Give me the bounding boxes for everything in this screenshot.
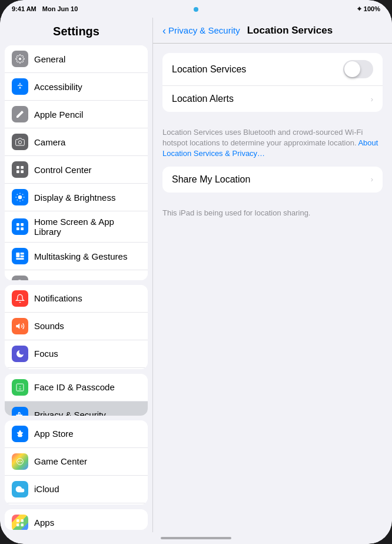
sounds-icon — [12, 318, 28, 334]
svg-rect-21 — [21, 253, 24, 254]
svg-rect-4 — [21, 166, 24, 169]
face-id-icon — [12, 379, 28, 396]
svg-rect-19 — [21, 227, 24, 230]
svg-line-11 — [22, 200, 23, 200]
location-services-toggle[interactable] — [343, 60, 373, 78]
svg-point-7 — [18, 195, 22, 200]
sidebar-label-apple-pencil: Apple Pencil — [34, 110, 141, 120]
sidebar-label-apps: Apps — [34, 518, 141, 528]
sidebar-section-3: Face ID & Passcode Privacy & Security — [5, 374, 148, 416]
svg-point-33 — [21, 461, 22, 462]
sidebar-item-face-id[interactable]: Face ID & Passcode — [5, 374, 148, 402]
svg-rect-20 — [16, 253, 19, 257]
multitasking-icon — [12, 248, 28, 264]
sidebar-section-5: Apps — [5, 509, 148, 530]
sidebar-item-focus[interactable]: Focus — [5, 340, 148, 368]
sidebar-item-game-center[interactable]: Game Center — [5, 448, 148, 476]
svg-rect-38 — [16, 523, 19, 526]
svg-line-14 — [17, 200, 18, 200]
sidebar-label-display-brightness: Display & Brightness — [34, 193, 141, 203]
sidebar-item-app-store[interactable]: App Store — [5, 420, 148, 448]
sidebar-item-accessibility[interactable]: Accessibility — [5, 73, 148, 101]
share-my-location-label: Share My Location — [172, 174, 371, 185]
sidebar-item-general[interactable]: General — [5, 45, 148, 73]
back-button[interactable]: ‹ Privacy & Security — [162, 25, 240, 36]
sidebar-item-sounds[interactable]: Sounds — [5, 313, 148, 340]
home-indicator — [0, 532, 392, 544]
location-services-row[interactable]: Location Services — [162, 53, 383, 86]
location-alerts-chevron-icon: › — [371, 95, 373, 104]
sidebar-title: Settings — [0, 18, 152, 43]
display-brightness-icon — [12, 189, 28, 205]
wifi-icon: ⌖ — [357, 5, 361, 13]
svg-rect-6 — [21, 170, 24, 173]
svg-rect-18 — [16, 227, 19, 230]
privacy-security-icon — [12, 407, 28, 416]
detail-page-title: Location Services — [247, 25, 333, 37]
camera-icon — [12, 134, 28, 150]
svg-point-1 — [19, 83, 21, 84]
sidebar-label-search: Search — [34, 279, 141, 280]
sidebar-section-1: General Accessibility Apple Pencil — [5, 45, 148, 280]
app-store-icon — [12, 426, 28, 442]
sidebar-label-focus: Focus — [34, 349, 141, 359]
sidebar-item-home-screen[interactable]: Home Screen & App Library — [5, 211, 148, 243]
sidebar-item-icloud[interactable]: iCloud — [5, 476, 148, 503]
sidebar-label-control-center: Control Center — [34, 165, 141, 175]
sidebar-label-privacy-security: Privacy & Security — [34, 410, 141, 416]
sidebar-label-accessibility: Accessibility — [34, 82, 141, 92]
notifications-icon — [12, 290, 28, 307]
back-chevron-icon: ‹ — [162, 25, 166, 36]
svg-line-10 — [17, 194, 18, 195]
home-bar — [161, 537, 231, 539]
icloud-icon — [12, 481, 28, 497]
status-date: Mon Jun 10 — [42, 5, 78, 12]
sidebar-label-app-store: App Store — [34, 429, 141, 439]
back-label: Privacy & Security — [168, 25, 240, 35]
svg-point-31 — [17, 459, 24, 465]
sidebar-label-camera: Camera — [34, 137, 141, 147]
svg-rect-16 — [16, 223, 19, 226]
sidebar-item-camera[interactable]: Camera — [5, 128, 148, 156]
sidebar-item-privacy-security[interactable]: Privacy & Security — [5, 402, 148, 416]
svg-rect-5 — [16, 170, 19, 173]
svg-rect-17 — [21, 223, 24, 226]
sidebar-label-face-id: Face ID & Passcode — [34, 382, 141, 392]
sidebar-label-notifications: Notifications — [34, 293, 141, 303]
control-center-icon — [12, 161, 28, 178]
about-location-link[interactable]: About Location Services & Privacy… — [162, 138, 378, 158]
share-my-location-row[interactable]: Share My Location › — [162, 167, 383, 193]
svg-rect-36 — [16, 519, 19, 522]
svg-rect-3 — [16, 166, 19, 169]
sidebar-item-screen-time[interactable]: Screen Time — [5, 368, 148, 369]
svg-rect-22 — [21, 256, 24, 257]
sidebar-item-search[interactable]: Search — [5, 270, 148, 280]
svg-marker-27 — [16, 323, 19, 329]
main-content: ‹ Privacy & Security Location Services L… — [153, 18, 392, 532]
location-services-label: Location Services — [172, 64, 343, 75]
sidebar-section-2: Notifications Sounds Focus — [5, 285, 148, 369]
general-icon — [12, 51, 28, 67]
sidebar-item-apps[interactable]: Apps — [5, 509, 148, 530]
sidebar-item-control-center[interactable]: Control Center — [5, 156, 148, 184]
svg-line-15 — [22, 194, 23, 195]
sidebar-item-display-brightness[interactable]: Display & Brightness — [5, 184, 148, 211]
detail-header: ‹ Privacy & Security Location Services — [153, 18, 392, 44]
svg-rect-23 — [16, 258, 24, 260]
home-screen-icon — [12, 218, 28, 235]
location-alerts-label: Location Alerts — [172, 94, 371, 104]
svg-point-2 — [18, 141, 21, 144]
apps-icon — [12, 515, 28, 530]
share-my-location-chevron-icon: › — [371, 175, 373, 184]
share-location-description: This iPad is being used for location sha… — [153, 204, 392, 225]
sidebar-item-multitasking[interactable]: Multitasking & Gestures — [5, 243, 148, 270]
sidebar-item-wallet[interactable]: Wallet & Apple Pay — [5, 503, 148, 505]
accessibility-icon — [12, 78, 28, 95]
sidebar-item-apple-pencil[interactable]: Apple Pencil — [5, 101, 148, 128]
status-bar: 9:41 AM Mon Jun 10 ⌖ 100% — [0, 0, 392, 18]
search-icon — [12, 276, 28, 280]
status-time: 9:41 AM — [12, 5, 36, 12]
sidebar-item-notifications[interactable]: Notifications — [5, 285, 148, 313]
svg-rect-39 — [21, 523, 24, 526]
location-alerts-row[interactable]: Location Alerts › — [162, 86, 383, 112]
